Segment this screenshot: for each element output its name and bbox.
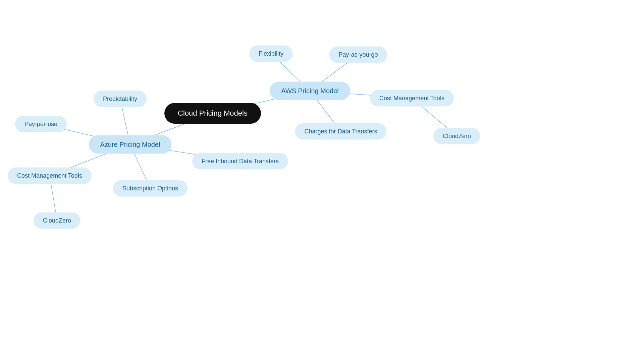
aws-pricing-model-node[interactable]: AWS Pricing Model [270, 82, 350, 100]
center-node[interactable]: Cloud Pricing Models [164, 103, 261, 124]
cloudzero-azure-node[interactable]: CloudZero [34, 213, 80, 229]
charges-data-transfers-node[interactable]: Charges for Data Transfers [295, 123, 386, 140]
predictability-node[interactable]: Predictability [94, 91, 147, 107]
flexibility-node[interactable]: Flexibility [249, 46, 293, 62]
pay-per-use-node[interactable]: Pay-per-use [15, 116, 67, 132]
cost-management-azure-node[interactable]: Cost Management Tools [8, 168, 92, 184]
azure-pricing-model-node[interactable]: Azure Pricing Model [89, 135, 172, 154]
pay-as-you-go-node[interactable]: Pay-as-you-go [329, 47, 387, 63]
cost-management-aws-node[interactable]: Cost Management Tools [370, 90, 454, 107]
subscription-options-node[interactable]: Subscription Options [113, 180, 187, 197]
free-inbound-data-transfers-node[interactable]: Free Inbound Data Transfers [192, 153, 288, 170]
cloudzero-aws-node[interactable]: CloudZero [433, 128, 480, 144]
